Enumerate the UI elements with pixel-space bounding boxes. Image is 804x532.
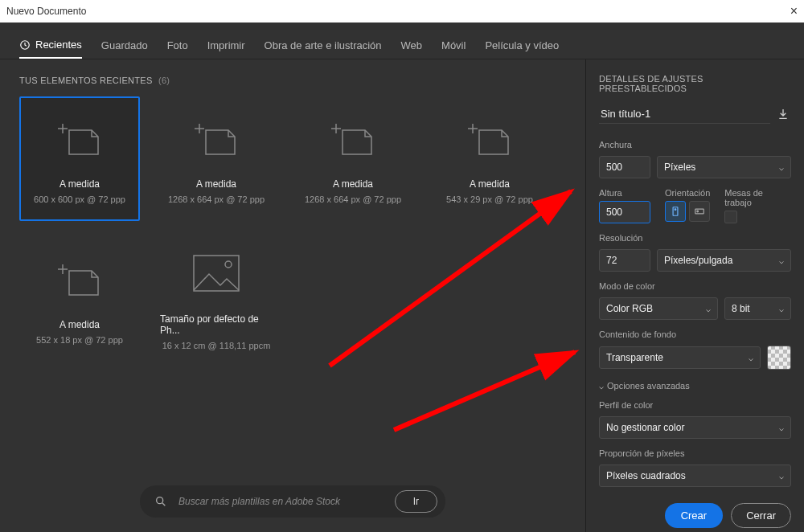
search-go-button[interactable]: Ir — [395, 490, 437, 513]
document-icon — [192, 114, 240, 162]
close-icon[interactable]: × — [790, 4, 798, 18]
preset-subtitle: 16 x 12 cm @ 118,11 ppcm — [162, 341, 271, 350]
presets-panel: TUS ELEMENTOS RECIENTES (6) A medida600 … — [0, 59, 585, 532]
width-unit-select[interactable]: Píxeles ⌵ — [657, 156, 791, 178]
resolution-unit-select[interactable]: Píxeles/pulgada ⌵ — [657, 249, 791, 272]
colormode-select[interactable]: Color RGB ⌵ — [599, 297, 718, 320]
document-icon — [329, 114, 377, 162]
width-label: Anchura — [599, 140, 791, 149]
background-select[interactable]: Transparente ⌵ — [599, 346, 761, 369]
background-value: Transparente — [606, 352, 663, 363]
svg-point-5 — [675, 209, 676, 211]
width-input[interactable] — [599, 156, 650, 178]
bitdepth-value: 8 bit — [732, 303, 750, 314]
tab-movil[interactable]: Móvil — [441, 32, 466, 59]
tab-label: Obra de arte e ilustración — [265, 39, 382, 51]
color-profile-select[interactable]: No gestionar color ⌵ — [599, 416, 791, 439]
tab-pelicula[interactable]: Película y vídeo — [485, 32, 559, 59]
tab-label: Guardado — [101, 39, 148, 51]
profile-label: Perfil de color — [599, 400, 791, 410]
preset-title: A medida — [333, 178, 373, 190]
chevron-down-icon: ⌵ — [599, 382, 604, 391]
document-icon — [55, 255, 104, 303]
advanced-toggle[interactable]: ⌵ Opciones avanzadas — [599, 381, 791, 391]
svg-point-3 — [157, 497, 163, 504]
preset-item[interactable]: A medida552 x 18 px @ 72 ppp — [19, 237, 140, 362]
height-label: Altura — [599, 188, 650, 198]
resolution-input[interactable] — [599, 249, 650, 272]
preset-title: A medida — [59, 178, 100, 190]
search-bar: Ir — [140, 485, 445, 518]
chevron-down-icon: ⌵ — [779, 256, 784, 265]
preset-title: A medida — [470, 178, 510, 190]
preset-details-panel: DETALLES DE AJUSTES PREESTABLECIDOS Anch… — [585, 59, 804, 532]
tab-recientes[interactable]: Recientes — [19, 32, 82, 59]
chevron-down-icon: ⌵ — [706, 305, 711, 313]
chevron-down-icon: ⌵ — [779, 472, 784, 481]
details-header: DETALLES DE AJUSTES PREESTABLECIDOS — [599, 74, 791, 93]
tab-label: Foto — [167, 39, 188, 51]
width-unit-value: Píxeles — [664, 162, 695, 173]
chevron-down-icon: ⌵ — [749, 354, 753, 362]
presets-grid: A medida600 x 600 px @ 72 pppA medida126… — [19, 96, 566, 362]
preset-subtitle: 600 x 600 px @ 72 ppp — [34, 194, 125, 204]
svg-point-2 — [225, 261, 232, 268]
tab-label: Imprimir — [207, 39, 245, 51]
resolution-unit-value: Píxeles/pulgada — [664, 255, 732, 266]
tab-imprimir[interactable]: Imprimir — [207, 32, 245, 59]
artboards-checkbox[interactable] — [724, 211, 737, 223]
preset-item[interactable]: Tamaño por defecto de Ph...16 x 12 cm @ … — [156, 237, 277, 362]
background-label: Contenido de fondo — [599, 329, 791, 339]
orientation-portrait[interactable] — [665, 201, 686, 222]
chevron-down-icon: ⌵ — [779, 424, 784, 432]
search-input[interactable] — [178, 496, 384, 507]
orientation-landscape[interactable] — [689, 201, 710, 222]
close-button[interactable]: Cerrar — [731, 503, 791, 528]
window-title: Nuevo Documento — [6, 6, 86, 17]
height-input[interactable] — [599, 201, 650, 223]
chevron-down-icon: ⌵ — [779, 305, 784, 313]
recents-heading-text: TUS ELEMENTOS RECIENTES — [19, 76, 153, 85]
document-icon — [466, 114, 514, 162]
colormode-value: Color RGB — [606, 303, 653, 314]
tab-foto[interactable]: Foto — [167, 32, 188, 59]
recents-heading: TUS ELEMENTOS RECIENTES (6) — [19, 76, 566, 85]
preset-subtitle: 543 x 29 px @ 72 ppp — [446, 194, 533, 204]
preset-subtitle: 1268 x 664 px @ 72 ppp — [168, 194, 265, 204]
create-button[interactable]: Crear — [665, 503, 724, 528]
colormode-label: Modo de color — [599, 281, 791, 291]
preset-title: Tamaño por defecto de Ph... — [160, 313, 273, 336]
preset-title: A medida — [59, 319, 100, 330]
tab-guardado[interactable]: Guardado — [101, 32, 148, 59]
tab-label: Móvil — [441, 39, 466, 51]
tab-arte[interactable]: Obra de arte e ilustración — [265, 32, 382, 59]
profile-value: No gestionar color — [606, 422, 684, 433]
preset-subtitle: 552 x 18 px @ 72 ppp — [36, 335, 123, 345]
tab-web[interactable]: Web — [401, 32, 423, 59]
advanced-label: Opciones avanzadas — [607, 381, 690, 391]
preset-item[interactable]: A medida1268 x 664 px @ 72 ppp — [293, 96, 413, 221]
preset-item[interactable]: A medida1268 x 664 px @ 72 ppp — [156, 96, 277, 221]
resolution-label: Resolución — [599, 233, 791, 243]
category-tabs: Recientes Guardado Foto Imprimir Obra de… — [0, 23, 804, 59]
preset-item[interactable]: A medida543 x 29 px @ 72 ppp — [429, 96, 550, 221]
pixel-ratio-select[interactable]: Píxeles cuadrados ⌵ — [599, 464, 791, 487]
chevron-down-icon: ⌵ — [779, 163, 784, 172]
artboards-label: Mesas de trabajo — [724, 188, 791, 207]
pixelratio-label: Proporción de píxeles — [599, 448, 791, 458]
orientation-label: Orientación — [665, 188, 710, 198]
svg-rect-1 — [194, 256, 239, 291]
search-icon — [154, 495, 167, 508]
tab-label: Recientes — [35, 39, 82, 51]
preset-item[interactable]: A medida600 x 600 px @ 72 ppp — [19, 96, 140, 221]
title-bar: Nuevo Documento × — [0, 0, 804, 23]
background-swatch[interactable] — [767, 346, 791, 370]
save-preset-icon[interactable] — [775, 106, 791, 122]
bitdepth-select[interactable]: 8 bit ⌵ — [724, 297, 791, 320]
image-icon — [192, 249, 240, 297]
document-name-input[interactable] — [599, 104, 770, 124]
svg-point-7 — [697, 211, 699, 212]
preset-subtitle: 1268 x 664 px @ 72 ppp — [305, 194, 401, 204]
tab-label: Web — [401, 39, 423, 51]
preset-title: A medida — [196, 178, 236, 190]
